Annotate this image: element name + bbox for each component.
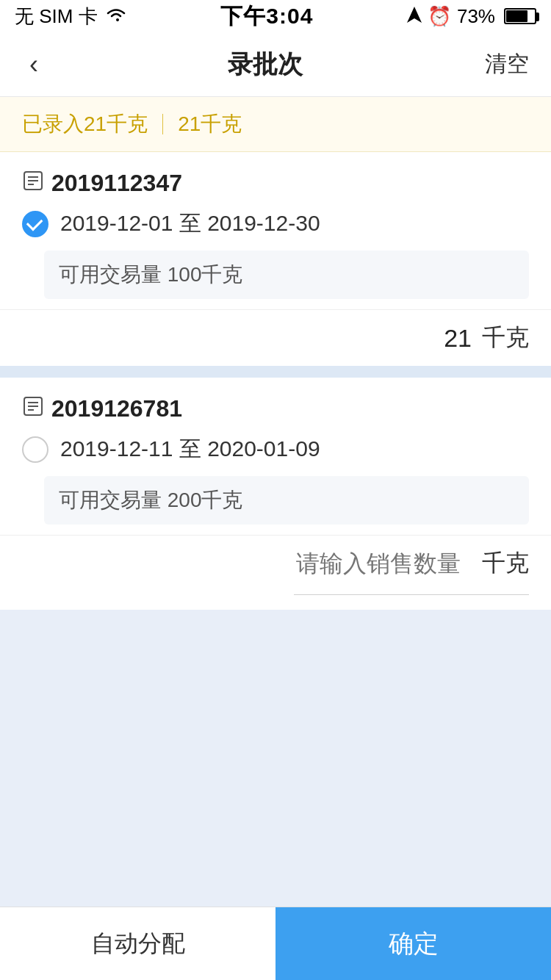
back-button[interactable]: ‹: [22, 42, 46, 87]
wifi-icon: [105, 5, 127, 28]
batch-row-2[interactable]: 2019-12-11 至 2020-01-09: [0, 430, 551, 472]
qty-unit-1: 千克: [482, 322, 529, 354]
status-left: 无 SIM 卡: [15, 4, 127, 29]
batch-item-2: 2019126781 2019-12-11 至 2020-01-09 可用交易量…: [0, 378, 551, 610]
batch-row-1[interactable]: 2019-12-01 至 2019-12-30: [0, 204, 551, 246]
qty-underline-2: [294, 594, 529, 595]
avail-qty-2: 可用交易量 200千克: [44, 476, 529, 525]
bottom-bar: 自动分配 确定: [0, 907, 551, 980]
banner-divider: [162, 114, 163, 134]
qty-unit-2: 千克: [482, 547, 529, 580]
status-bar: 无 SIM 卡 下午3:04 ⏰ 73%: [0, 0, 551, 32]
info-banner: 已录入21千克 21千克: [0, 97, 551, 152]
avail-qty-1: 可用交易量 100千克: [44, 251, 529, 299]
batch-icon-1: [22, 170, 44, 197]
amount-label: 21千克: [178, 110, 242, 138]
location-icon: [407, 5, 422, 28]
batch-item-1: 2019112347 2019-12-01 至 2019-12-30 可用交易量…: [0, 152, 551, 366]
radio-btn-1[interactable]: [22, 211, 48, 237]
battery-icon: [504, 8, 536, 24]
batch-header-2: 2019126781: [0, 378, 551, 430]
qty-input-wrapper-2[interactable]: [22, 550, 472, 577]
batch-header-1: 2019112347: [0, 152, 551, 204]
alarm-icon: ⏰: [428, 5, 451, 28]
status-time: 下午3:04: [220, 1, 313, 32]
radio-btn-2[interactable]: [22, 436, 48, 463]
batch-icon-2: [22, 395, 44, 422]
auto-distribute-button[interactable]: 自动分配: [0, 907, 276, 980]
recorded-label: 已录入21千克: [22, 110, 148, 138]
qty-row-1: 21 千克: [0, 309, 551, 366]
svg-marker-0: [407, 7, 422, 23]
clear-button[interactable]: 清空: [485, 49, 529, 79]
qty-input-row-2[interactable]: 千克: [0, 535, 551, 610]
nav-bar: ‹ 录批次 清空: [0, 32, 551, 97]
battery-percent: 73%: [457, 5, 495, 28]
batch-date-2: 2019-12-11 至 2020-01-09: [60, 434, 320, 464]
section-divider: [0, 366, 551, 378]
confirm-button[interactable]: 确定: [276, 907, 551, 980]
status-right: ⏰ 73%: [407, 5, 536, 28]
qty-input-2[interactable]: [22, 550, 472, 577]
carrier-text: 无 SIM 卡: [15, 4, 98, 29]
batch-id-2: 2019126781: [51, 395, 182, 422]
batch-date-1: 2019-12-01 至 2019-12-30: [60, 209, 320, 239]
page-title: 录批次: [228, 48, 303, 82]
batch-id-1: 2019112347: [51, 170, 182, 197]
qty-value-1: 21: [444, 324, 472, 353]
empty-content-area: [0, 610, 551, 948]
